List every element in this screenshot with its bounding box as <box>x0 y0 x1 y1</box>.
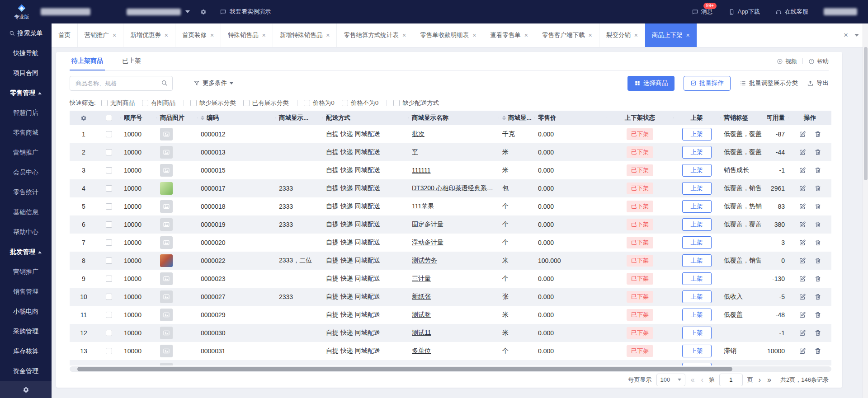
edit-icon[interactable] <box>799 311 806 318</box>
horizontal-scrollbar-thumb[interactable] <box>77 367 732 371</box>
product-name-link[interactable]: 测试劳务 <box>412 257 437 265</box>
product-image[interactable] <box>160 272 173 285</box>
close-icon[interactable]: × <box>472 32 476 38</box>
sidebar-item-17[interactable]: 资金管理 <box>0 361 52 381</box>
tab-menu-chevron-icon[interactable] <box>854 34 859 37</box>
sidebar-item-15[interactable]: 采购管理 <box>0 322 52 342</box>
quick-filter-3[interactable]: 已有展示分类 <box>243 99 289 107</box>
window-tab-2[interactable]: 新增优惠券× <box>123 23 175 47</box>
checkbox[interactable] <box>393 100 400 106</box>
window-tab-7[interactable]: 零售单收款明细表× <box>413 23 483 47</box>
batch-actions-button[interactable]: 批量操作 <box>684 76 731 91</box>
page-input[interactable] <box>719 374 743 386</box>
sidebar-item-8[interactable]: 零售统计 <box>0 183 52 202</box>
sidebar-item-10[interactable]: 帮助中心 <box>0 222 52 242</box>
sidebar-item-6[interactable]: 营销推广 <box>0 143 52 163</box>
tab-pending-products[interactable]: 待上架商品 <box>70 52 105 70</box>
close-tabs-button[interactable]: × <box>844 31 848 40</box>
settings-gear-icon[interactable] <box>200 8 207 15</box>
checkbox[interactable] <box>190 100 197 106</box>
delete-icon[interactable] <box>814 185 821 192</box>
window-tab-4[interactable]: 特殊销售品× <box>221 23 273 47</box>
sidebar-item-5[interactable]: 零售商城 <box>0 123 52 143</box>
checkbox[interactable] <box>304 100 310 106</box>
sort-icon[interactable] <box>502 116 506 120</box>
sidebar-item-12[interactable]: 营销推广 <box>0 262 52 282</box>
list-product-button[interactable]: 上架 <box>682 218 712 231</box>
product-name-link[interactable]: 新纸张 <box>412 293 431 301</box>
window-tab-9[interactable]: 零售客户端下载× <box>535 23 599 47</box>
export-button[interactable]: 导出 <box>807 79 829 87</box>
list-product-button[interactable]: 上架 <box>682 272 712 285</box>
checkbox[interactable] <box>243 100 250 106</box>
sidebar-item-16[interactable]: 库存核算 <box>0 342 52 361</box>
product-name-link[interactable]: 111苹果 <box>412 202 434 211</box>
next-page-button[interactable]: › <box>758 376 762 384</box>
window-tab-0[interactable]: 首页 <box>52 23 78 47</box>
close-icon[interactable]: × <box>113 32 116 38</box>
row-checkbox[interactable] <box>106 276 112 282</box>
delete-icon[interactable] <box>814 203 821 210</box>
close-icon[interactable]: × <box>262 32 266 38</box>
sidebar-item-2[interactable]: 项目合同 <box>0 63 52 83</box>
product-image[interactable] <box>160 236 173 249</box>
column-header-seq[interactable]: 顺序号 <box>120 114 156 122</box>
edit-icon[interactable] <box>799 239 806 246</box>
quick-filter-4[interactable]: 价格为0 <box>304 99 335 107</box>
column-header-price[interactable]: 零售价 <box>534 114 607 122</box>
list-product-button[interactable]: 上架 <box>682 182 712 195</box>
product-image[interactable] <box>160 309 173 321</box>
edit-icon[interactable] <box>799 329 806 337</box>
delete-icon[interactable] <box>814 167 821 174</box>
product-name-link[interactable]: 测试11 <box>412 329 431 337</box>
column-header-settings[interactable] <box>70 114 98 122</box>
per-page-select[interactable]: 100 <box>656 374 685 386</box>
quick-filter-6[interactable]: 缺少配送方式 <box>393 99 439 107</box>
edit-icon[interactable] <box>799 221 806 228</box>
row-checkbox[interactable] <box>106 330 112 336</box>
column-header-image[interactable]: 商品图片 <box>156 114 197 122</box>
product-name-link[interactable]: 三计量 <box>412 275 431 283</box>
product-name-link[interactable]: 111111 <box>412 167 431 174</box>
list-product-button[interactable]: 上架 <box>682 363 712 365</box>
product-image[interactable] <box>160 200 173 213</box>
product-name-link[interactable]: 固定多计量 <box>412 220 443 229</box>
quick-filter-5[interactable]: 价格不为0 <box>342 99 379 107</box>
list-product-button[interactable]: 上架 <box>682 236 712 249</box>
close-icon[interactable]: × <box>402 32 406 38</box>
row-checkbox[interactable] <box>106 239 112 246</box>
delete-icon[interactable] <box>814 239 821 246</box>
window-tab-3[interactable]: 首页装修× <box>175 23 221 47</box>
edit-icon[interactable] <box>799 203 806 210</box>
checkbox[interactable] <box>342 100 348 106</box>
product-image[interactable] <box>160 128 173 140</box>
product-image[interactable] <box>160 182 173 195</box>
support-button[interactable]: 在线客服 <box>775 8 808 16</box>
close-icon[interactable]: × <box>210 32 214 38</box>
sidebar-item-3[interactable]: 零售管理 <box>0 83 52 103</box>
product-name-link[interactable]: DT3200 心相印茶语经典系列1 <box>412 184 495 192</box>
column-header-name[interactable]: 商城显示名称 <box>408 114 499 122</box>
first-page-button[interactable]: « <box>690 376 696 384</box>
last-page-button[interactable]: » <box>766 376 772 384</box>
list-product-button[interactable]: 上架 <box>682 327 712 339</box>
search-input[interactable] <box>70 76 173 91</box>
row-checkbox[interactable] <box>106 221 112 228</box>
vertical-scrollbar-thumb[interactable] <box>864 47 868 180</box>
product-name-link[interactable]: 多单位 <box>412 347 431 355</box>
product-name-link[interactable]: 浮动多计量 <box>412 239 443 247</box>
column-header-tags[interactable]: 营销标签 <box>720 114 767 122</box>
row-checkbox[interactable] <box>106 131 112 137</box>
quick-filter-0[interactable]: 无图商品 <box>101 99 135 107</box>
edit-icon[interactable] <box>799 293 806 300</box>
window-tab-11[interactable]: 商品上下架× <box>645 23 697 47</box>
close-icon[interactable]: × <box>589 32 592 38</box>
column-header-ops[interactable]: 操作 <box>788 114 831 122</box>
checkbox[interactable] <box>101 100 108 106</box>
edit-icon[interactable] <box>799 167 806 174</box>
row-checkbox[interactable] <box>106 348 112 354</box>
product-image[interactable] <box>160 146 173 159</box>
delete-icon[interactable] <box>814 311 821 318</box>
batch-adjust-category-button[interactable]: 批量调整展示分类 <box>740 79 798 87</box>
product-name-link[interactable]: 平 <box>412 148 418 156</box>
